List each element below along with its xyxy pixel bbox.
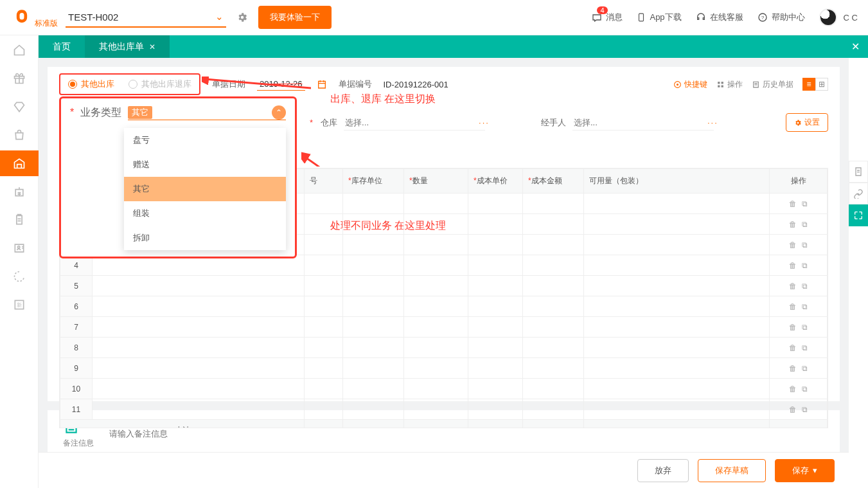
business-type-dropdown: 盘亏 赠送 其它 组装 拆卸 <box>124 128 286 250</box>
remark-input[interactable] <box>109 429 824 438</box>
nav-contact-icon[interactable] <box>12 241 26 255</box>
messages-link[interactable]: 4 消息 <box>592 12 623 23</box>
setting-button[interactable]: 设置 <box>786 113 828 132</box>
subtotal-row: 小计 0.00 0.00 <box>60 420 828 429</box>
shortcut-link[interactable]: 快捷键 <box>673 79 707 90</box>
footer-actions: 放弃 保存草稿 保存 ▾ <box>39 452 849 488</box>
copy-icon[interactable]: ⧉ <box>802 343 808 352</box>
table-row[interactable]: 10🗑⧉ <box>60 379 828 399</box>
table-row[interactable]: 6🗑⧉ <box>60 296 828 317</box>
operate-link[interactable]: 操作 <box>716 79 743 90</box>
delete-icon[interactable]: 🗑 <box>789 384 797 393</box>
side-note-icon[interactable] <box>849 161 868 183</box>
copy-icon[interactable]: ⧉ <box>802 384 808 393</box>
table-row[interactable]: 11🗑⧉ <box>60 399 828 420</box>
edition-label: 标准版 <box>35 18 58 29</box>
nav-warehouse-icon[interactable] <box>0 150 39 176</box>
delete-icon[interactable]: 🗑 <box>789 405 797 414</box>
view-grid-icon[interactable]: ⊞ <box>815 78 828 91</box>
copy-icon[interactable]: ⧉ <box>802 261 808 270</box>
nav-gift-icon[interactable] <box>12 71 26 86</box>
view-toggle[interactable]: ≡ ⊞ <box>802 78 828 91</box>
copy-icon[interactable]: ⧉ <box>802 323 808 332</box>
app-download-link[interactable]: App下载 <box>637 12 681 23</box>
store-selector[interactable]: TEST-H002 ⌄ <box>66 7 226 28</box>
app-logo <box>10 6 33 29</box>
close-icon[interactable]: ✕ <box>149 42 155 51</box>
nav-clipboard-icon[interactable] <box>12 213 26 227</box>
store-name: TEST-H002 <box>68 12 118 23</box>
handler-field: 经手人 ··· <box>541 115 718 131</box>
main-panel: 其他出库 其他出库退库 单据日期 2019-12-26 单据编号 ID-2019… <box>48 67 840 401</box>
nav-home-icon[interactable] <box>12 43 26 57</box>
more-icon[interactable]: ··· <box>707 118 718 127</box>
delete-icon[interactable]: 🗑 <box>789 199 797 208</box>
gear-icon[interactable] <box>236 12 248 23</box>
delete-icon[interactable]: 🗑 <box>789 282 797 291</box>
help-link[interactable]: ? 帮助中心 <box>757 12 805 23</box>
nav-diamond-icon[interactable] <box>12 100 26 114</box>
save-draft-button[interactable]: 保存草稿 <box>698 459 766 482</box>
business-type-select[interactable]: 其它 ⌃ <box>128 105 286 120</box>
radio-off-icon <box>128 80 137 89</box>
svg-text:新: 新 <box>17 302 22 308</box>
side-link-icon[interactable] <box>849 183 868 204</box>
copy-icon[interactable]: ⧉ <box>802 240 808 249</box>
doc-no-value: ID-20191226-001 <box>384 80 448 89</box>
view-list-icon[interactable]: ≡ <box>802 78 815 91</box>
radio-on-icon <box>68 80 77 89</box>
delete-icon[interactable]: 🗑 <box>789 220 797 229</box>
save-button[interactable]: 保存 ▾ <box>775 459 835 482</box>
business-type-field: * 业务类型 其它 ⌃ 盘亏 赠送 其它 组装 拆卸 <box>59 96 297 258</box>
delete-icon[interactable]: 🗑 <box>789 364 797 373</box>
user-name: C C <box>844 13 858 23</box>
warehouse-select[interactable] <box>344 115 485 131</box>
radio-return[interactable]: 其他出库退库 <box>128 78 191 90</box>
biz-option[interactable]: 拆卸 <box>124 226 286 250</box>
more-icon[interactable]: ··· <box>479 118 490 127</box>
biz-option[interactable]: 赠送 <box>124 152 286 177</box>
delete-icon[interactable]: 🗑 <box>789 302 797 311</box>
side-expand-icon[interactable] <box>849 204 868 226</box>
delete-icon[interactable]: 🗑 <box>789 240 797 249</box>
copy-icon[interactable]: ⧉ <box>802 282 808 291</box>
calendar-icon[interactable] <box>317 79 327 89</box>
biz-option[interactable]: 盘亏 <box>124 128 286 152</box>
svg-rect-0 <box>639 14 644 21</box>
chevron-down-icon: ⌄ <box>215 11 224 23</box>
delete-icon[interactable]: 🗑 <box>789 323 797 332</box>
biz-option-selected[interactable]: 其它 <box>124 177 286 201</box>
avatar[interactable] <box>819 8 837 26</box>
tab-home[interactable]: 首页 <box>39 35 85 58</box>
copy-icon[interactable]: ⧉ <box>802 405 808 414</box>
table-row[interactable]: 9🗑⧉ <box>60 358 828 379</box>
nav-money-icon[interactable] <box>12 185 26 199</box>
chevron-up-icon[interactable]: ⌃ <box>272 105 286 120</box>
biz-option[interactable]: 组装 <box>124 201 286 226</box>
copy-icon[interactable]: ⧉ <box>802 220 808 229</box>
copy-icon[interactable]: ⧉ <box>802 364 808 373</box>
nav-rail: 新 <box>0 35 39 488</box>
radio-outbound[interactable]: 其他出库 <box>68 78 114 90</box>
trial-button[interactable]: 我要体验一下 <box>258 6 332 29</box>
discard-button[interactable]: 放弃 <box>637 459 689 482</box>
handler-select[interactable] <box>572 115 714 131</box>
tab-other-outbound[interactable]: 其他出库单 ✕ <box>85 35 170 58</box>
table-row[interactable]: 5🗑⧉ <box>60 276 828 296</box>
table-row[interactable]: 7🗑⧉ <box>60 317 828 338</box>
nav-new-icon[interactable]: 新 <box>12 298 26 312</box>
history-link[interactable]: 历史单据 <box>752 79 793 90</box>
copy-icon[interactable]: ⧉ <box>802 302 808 311</box>
nav-sync-icon[interactable] <box>12 269 26 284</box>
delete-icon[interactable]: 🗑 <box>789 343 797 352</box>
tabs-close-all[interactable]: ✕ <box>842 35 868 58</box>
table-row[interactable]: 8🗑⧉ <box>60 338 828 358</box>
delete-icon[interactable]: 🗑 <box>789 261 797 270</box>
nav-bag-icon[interactable] <box>12 128 26 142</box>
arrow-icon <box>301 147 378 167</box>
svg-rect-9 <box>718 85 720 87</box>
svg-rect-10 <box>722 85 723 87</box>
customer-service-link[interactable]: 在线客服 <box>696 12 743 23</box>
outbound-type-radio-group: 其他出库 其他出库退库 <box>59 73 200 95</box>
copy-icon[interactable]: ⧉ <box>802 199 808 208</box>
